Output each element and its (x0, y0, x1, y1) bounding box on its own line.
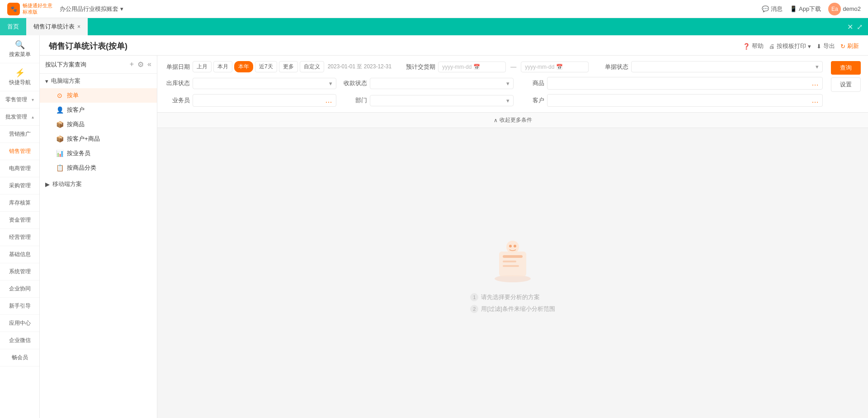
delivery-status-select[interactable]: ▾ (193, 78, 336, 89)
sidebar-item-retail[interactable]: 零售管理 ▾ (0, 91, 39, 109)
collapse-icon: ∧ (494, 117, 498, 124)
department-select-arrow-icon: ▾ (506, 97, 509, 104)
tree-expand-mobile-icon: ▶ (45, 181, 50, 188)
logo-text: 畅捷通好生意 标准版 (23, 3, 52, 14)
filter-salesperson-item: 业务员 … (165, 94, 336, 107)
tree-item-by-category[interactable]: 📋 按商品分类 (40, 161, 157, 175)
nav-tabs: 首页 销售订单统计表 × ✕ ⤢ (0, 18, 868, 35)
sidebar-item-sales[interactable]: 销售管理 (0, 143, 39, 160)
delivery-select-arrow-icon: ▾ (329, 80, 332, 87)
sidebar-item-marketing[interactable]: 营销推广 (0, 126, 39, 143)
collapse-bar[interactable]: ∧ 收起更多条件 (157, 113, 868, 128)
logo-icon: 🐾 (7, 3, 20, 15)
filter-top: 单据日期 上月 本月 本年 近7天 更多 自定义 2023-01-01 至 20… (165, 61, 861, 107)
sidebar-item-guide[interactable]: 新手引导 (0, 298, 39, 315)
sidebar-item-shortcuts[interactable]: ⚡ 快捷导航 (0, 63, 39, 91)
export-button[interactable]: ⬇ 导出 (816, 42, 835, 50)
sidebar-item-basic[interactable]: 基础信息 (0, 246, 39, 263)
filter-date-item: 单据日期 上月 本月 本年 近7天 更多 自定义 2023-01-01 至 20… (165, 61, 392, 72)
tree-item-by-salesperson[interactable]: 📊 按业务员 (40, 146, 157, 161)
tree-item-by-customer[interactable]: 👤 按客户 (40, 103, 157, 117)
bill-status-label: 单据状态 (603, 63, 628, 71)
query-button[interactable]: 查询 (831, 61, 861, 75)
more-date-btn[interactable]: 更多 (279, 61, 298, 72)
this-month-btn[interactable]: 本月 (213, 61, 232, 72)
help-button[interactable]: ❓ 帮助 (743, 42, 764, 50)
last-month-btn[interactable]: 上月 (193, 61, 212, 72)
tab-home[interactable]: 首页 (0, 18, 26, 35)
customer-input[interactable]: … (547, 94, 823, 107)
this-year-btn[interactable]: 本年 (234, 61, 253, 72)
select-arrow-icon: ▾ (816, 63, 819, 70)
sidebar-item-appcenter[interactable]: 应用中心 (0, 315, 39, 332)
window-maximize-button[interactable]: ⤢ (857, 23, 863, 31)
nav-actions: ✕ ⤢ (842, 18, 868, 35)
payment-status-select[interactable]: ▾ (370, 78, 514, 89)
tab-close-icon[interactable]: × (77, 24, 80, 30)
custom-date-btn[interactable]: 自定义 (300, 61, 324, 72)
tree-section-mobile[interactable]: ▶ 移动端方案 (40, 177, 157, 191)
sidebar-item-operations[interactable]: 经营管理 (0, 229, 39, 246)
tree-item-by-customer-goods[interactable]: 📦 按客户+商品 (40, 132, 157, 146)
salesperson-input[interactable]: … (193, 94, 336, 107)
left-panel: 按以下方案查询 + ⚙ « ▾ 电脑端方案 ⊙ 按单 (40, 56, 157, 418)
customer-icon: 👤 (55, 106, 64, 114)
sidebar-item-search[interactable]: 🔍 搜索菜单 (0, 35, 39, 63)
logo-area: 🐾 畅捷通好生意 标准版 (7, 3, 52, 15)
main-layout: 🔍 搜索菜单 ⚡ 快捷导航 零售管理 ▾ 批发管理 ▴ 营销推广 销售管理 电商… (0, 35, 868, 418)
tab-sales-statistics[interactable]: 销售订单统计表 × (26, 18, 88, 35)
sidebar-item-wholesale[interactable]: 批发管理 ▴ (0, 109, 39, 126)
add-scheme-button[interactable]: + (130, 60, 134, 69)
tree-item-by-goods[interactable]: 📦 按商品 (40, 117, 157, 132)
date-range-text: 2023-01-01 至 2023-12-31 (328, 63, 392, 71)
refresh-button[interactable]: ↻ 刷新 (840, 42, 859, 50)
bill-status-select[interactable]: ▾ (631, 61, 823, 72)
print-button[interactable]: 🖨 按模板打印 ▾ (769, 42, 811, 50)
filter-customer-item: 客户 … (519, 94, 823, 107)
app-download-button[interactable]: 📱 App下载 (790, 5, 821, 13)
expected-date-end[interactable]: yyyy-mm-dd 📅 (521, 62, 589, 72)
filter-row-2: 出库状态 ▾ 收款状态 (165, 77, 823, 90)
sidebar-item-enterprise[interactable]: 企业协同 (0, 280, 39, 298)
salesperson-label: 业务员 (165, 96, 190, 104)
filter-department-item: 部门 ▾ (342, 95, 514, 106)
user-menu[interactable]: Ea demo2 (828, 3, 861, 15)
salesperson-more-icon[interactable]: … (325, 96, 332, 104)
department-label: 部门 (342, 96, 367, 104)
goods-input[interactable]: … (547, 77, 823, 90)
expected-date-start[interactable]: yyyy-mm-dd 📅 (438, 62, 506, 72)
print-icon: 🖨 (769, 43, 775, 50)
sidebar-item-inventory[interactable]: 库存核算 (0, 195, 39, 212)
print-arrow-icon: ▾ (808, 43, 811, 50)
goods-label: 商品 (519, 79, 544, 87)
department-select[interactable]: ▾ (370, 95, 514, 106)
sidebar-item-system[interactable]: 系统管理 (0, 263, 39, 280)
goods-more-icon[interactable]: … (811, 79, 819, 87)
date-separator: — (510, 63, 516, 70)
filter-goods-item: 商品 … (519, 77, 823, 90)
collapse-panel-button[interactable]: « (147, 60, 151, 69)
tree-item-by-order[interactable]: ⊙ 按单 (40, 88, 157, 103)
date-buttons: 上月 本月 本年 近7天 更多 自定义 2023-01-01 至 2023-12… (193, 61, 392, 72)
settings-scheme-button[interactable]: ⚙ (137, 60, 144, 69)
window-close-button[interactable]: ✕ (847, 23, 853, 31)
customer-more-icon[interactable]: … (811, 96, 819, 104)
order-icon: ⊙ (55, 92, 64, 99)
empty-tips: 1 请先选择要分析的方案 2 用[过滤]条件来缩小分析范围 (470, 293, 555, 313)
calendar-icon: 📅 (473, 64, 480, 70)
category-icon: 📋 (55, 164, 64, 171)
tree-section-pc[interactable]: ▾ 电脑端方案 (40, 74, 157, 88)
message-button[interactable]: 💬 消息 (762, 5, 783, 13)
sidebar-item-wechat[interactable]: 企业微信 (0, 332, 39, 349)
last7-btn[interactable]: 近7天 (255, 61, 277, 72)
sidebar-item-ecommerce[interactable]: 电商管理 (0, 160, 39, 177)
left-panel-title: 按以下方案查询 (45, 61, 86, 69)
calendar-end-icon: 📅 (556, 64, 563, 70)
sidebar-item-member[interactable]: 畅会员 (0, 349, 39, 366)
chevron-up-icon: ▴ (32, 114, 34, 119)
sidebar-item-finance[interactable]: 资金管理 (0, 212, 39, 229)
sidebar-item-purchase[interactable]: 采购管理 (0, 177, 39, 195)
setup-button[interactable]: 设置 (831, 77, 861, 92)
download-icon: 📱 (790, 5, 797, 12)
biz-selector[interactable]: 办公用品行业模拟账套 ▾ (56, 3, 127, 15)
